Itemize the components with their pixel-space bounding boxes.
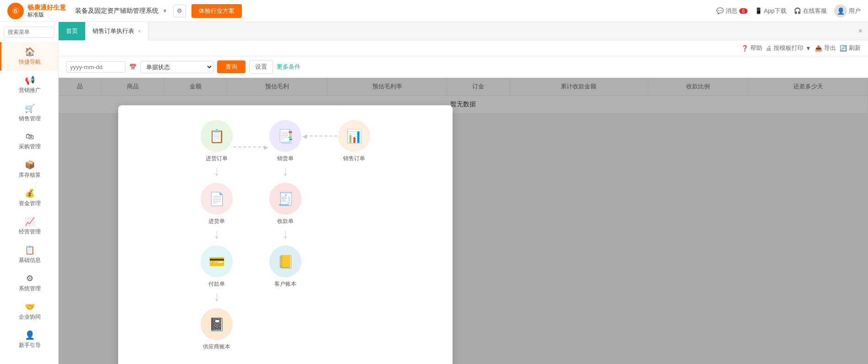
sales-order-label: 销售订单: [343, 155, 365, 163]
purchase-order-circle: 📋: [201, 120, 233, 152]
online-service-button[interactable]: 🎧 在线客服: [794, 7, 827, 15]
tab-label: 销售订单执行表: [93, 27, 134, 35]
refresh-label: 刷新: [849, 44, 861, 52]
sidebar-item-finance[interactable]: 💰 资金管理: [0, 184, 58, 212]
purchase-order-label: 进货订单: [206, 155, 228, 163]
sidebar-label-quick-nav: 快捷导航: [19, 58, 41, 66]
receipt-icon: 🧾: [278, 191, 294, 206]
flow-node-sales-bill[interactable]: 📑 销货单: [269, 120, 301, 163]
sidebar-label-enterprise: 企业协同: [19, 313, 41, 321]
page-content: 品 商品 金额 预估毛利 预估毛利率 订金 累计收款金额 收款比例 还差多少天: [59, 78, 868, 364]
tab-sales-order[interactable]: 销售订单执行表 ×: [85, 22, 148, 40]
sidebar-item-operations[interactable]: 📈 经营管理: [0, 212, 58, 240]
right-arrows: ◀: [301, 120, 338, 152]
user-button[interactable]: 👤 用户: [834, 5, 861, 17]
system-icon: ⚙: [26, 273, 33, 283]
sidebar-item-enterprise[interactable]: 🤝 企业协同: [0, 297, 58, 326]
flow-node-sales-order[interactable]: 📊 销售订单: [338, 120, 370, 163]
sales-bill-icon: 📑: [278, 129, 294, 144]
supplier-ledger-icon: 📓: [209, 317, 225, 332]
tab-close-icon[interactable]: ×: [138, 28, 141, 34]
operations-icon: 📈: [25, 217, 35, 227]
flow-node-supplier-ledger[interactable]: 📓 供应商账本: [201, 308, 233, 351]
calendar-icon[interactable]: 📅: [129, 64, 136, 71]
tab-bar: 首页 销售订单执行表 × ×: [59, 22, 868, 40]
date-from-input[interactable]: [66, 61, 126, 73]
h-arrow-1: ▶: [234, 131, 268, 163]
sales-bill-circle: 📑: [269, 120, 301, 152]
enterprise-icon: 🤝: [25, 302, 35, 312]
download-icon: 📱: [755, 7, 762, 14]
flow-node-payment[interactable]: 💳 付款单: [201, 245, 233, 288]
logo-icon: ⑥: [7, 3, 24, 19]
more-conditions-button[interactable]: 更多条件: [277, 63, 300, 71]
export-label: 导出: [824, 44, 836, 52]
arrow-down-3: ▼: [214, 293, 219, 303]
status-select[interactable]: 单据状态: [140, 61, 213, 73]
close-all-button[interactable]: ×: [853, 27, 868, 35]
supplier-ledger-circle: 📓: [201, 308, 233, 340]
sidebar-item-newbie[interactable]: 👤 新手引导: [0, 326, 58, 354]
sidebar-label-system: 系统管理: [19, 285, 41, 293]
flow-node-purchase-order[interactable]: 📋 进货订单: [201, 120, 233, 163]
sidebar-label-newbie: 新手引导: [19, 342, 41, 349]
app-download-button[interactable]: 📱 App下载: [755, 7, 786, 15]
sidebar-item-quick-nav[interactable]: 🏠 快捷导航: [0, 42, 58, 71]
customer-ledger-icon: 📒: [278, 254, 294, 269]
sidebar-item-system[interactable]: ⚙ 系统管理: [0, 269, 58, 297]
flow-node-purchase-bill[interactable]: 📄 进货单: [201, 183, 233, 225]
sidebar-item-purchase[interactable]: 🛍 采购管理: [0, 127, 58, 155]
print-button[interactable]: 🖨 按模板打印 ▼: [766, 44, 811, 52]
sales-order-col: 📊 销售订单: [338, 120, 370, 163]
h-arrow-2: ◀: [302, 120, 337, 152]
dropdown-arrow-icon[interactable]: ▼: [162, 8, 168, 14]
middle-arrows: ▶: [233, 120, 269, 255]
sidebar-label-operations: 经营管理: [19, 228, 41, 236]
basic-icon: 📋: [25, 245, 35, 255]
flow-node-customer-ledger[interactable]: 📒 客户账本: [269, 245, 301, 288]
flow-node-receipt[interactable]: 🧾 收款单: [269, 183, 301, 225]
sidebar-item-basic[interactable]: 📋 基础信息: [0, 240, 58, 269]
sidebar-label-purchase: 采购管理: [19, 143, 41, 151]
sales-order-circle: 📊: [338, 120, 370, 152]
search-input[interactable]: [4, 27, 55, 38]
export-icon: 📤: [815, 45, 822, 52]
query-button[interactable]: 查询: [217, 60, 246, 73]
flow-diagram: 📋 进货订单 ▼: [133, 120, 438, 362]
receipt-circle: 🧾: [269, 183, 301, 215]
message-label: 消息: [726, 7, 737, 15]
top-right-actions: 💬 消息 6 📱 App下载 🎧 在线客服 👤 用户: [716, 5, 861, 17]
sidebar-item-inventory[interactable]: 📦 库存核算: [0, 155, 58, 184]
logo-char: ⑥: [12, 6, 19, 16]
arrow-down-2: ▼: [214, 231, 219, 240]
help-button[interactable]: ❓ 帮助: [741, 44, 762, 52]
message-icon: 💬: [716, 7, 724, 14]
help-label: 帮助: [750, 44, 762, 52]
tab-home[interactable]: 首页: [59, 22, 85, 40]
marketing-icon: 📢: [25, 75, 35, 85]
logo-sub: 标准版: [27, 11, 66, 19]
trial-button[interactable]: 体验行业方案: [191, 4, 242, 18]
sales-icon: 🛒: [25, 103, 35, 114]
message-button[interactable]: 💬 消息 6: [716, 7, 748, 15]
sidebar-item-marketing[interactable]: 📢 营销推广: [0, 71, 58, 99]
finance-icon: 💰: [25, 188, 35, 198]
page-toolbar: ❓ 帮助 🖨 按模板打印 ▼ 📤 导出 🔄 刷新: [59, 40, 868, 56]
refresh-button[interactable]: 🔄 刷新: [840, 44, 861, 52]
customer-ledger-label: 客户账本: [274, 280, 296, 288]
payment-icon: 💳: [209, 254, 225, 269]
system-title-text: 装备及固定资产辅助管理系统: [75, 7, 158, 15]
avatar: 👤: [834, 5, 847, 17]
sidebar-label-basic: 基础信息: [19, 256, 41, 264]
payment-label: 付款单: [208, 280, 225, 288]
settings-icon[interactable]: ⚙: [173, 5, 186, 17]
sidebar-item-sales[interactable]: 🛒 销售管理: [0, 99, 58, 127]
purchase-icon: 🛍: [26, 132, 34, 141]
inventory-icon: 📦: [25, 160, 35, 170]
settings-button[interactable]: 设置: [249, 60, 273, 74]
sidebar-label-inventory: 库存核算: [19, 171, 41, 179]
export-button[interactable]: 📤 导出: [815, 44, 836, 52]
sidebar-search-area: [0, 22, 58, 42]
system-title: 装备及固定资产辅助管理系统 ▼: [75, 7, 168, 15]
logo-main: 畅康通好生意: [27, 3, 66, 11]
